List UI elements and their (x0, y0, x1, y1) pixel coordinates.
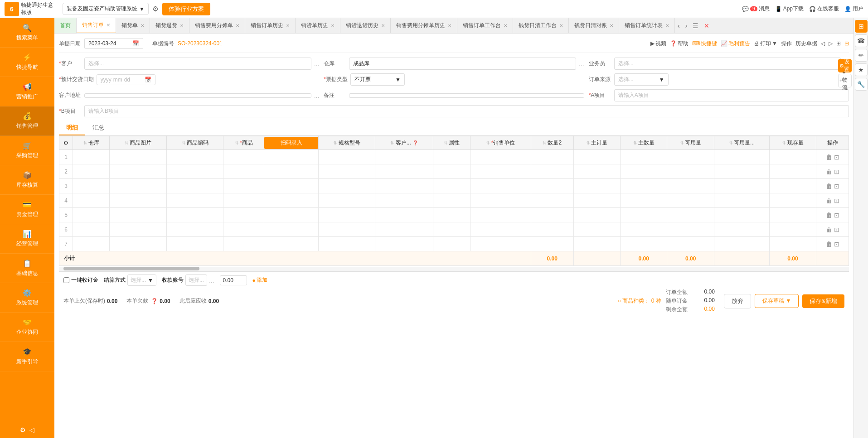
shortcut-btn[interactable]: ⌨ 快捷键 (692, 40, 717, 48)
table-cell[interactable] (531, 222, 573, 237)
th-customer-code[interactable]: ⇅ 客户... ❓ (375, 136, 433, 150)
sidebar-item-marketing[interactable]: 📢 营销推广 (0, 77, 54, 106)
tab-home[interactable]: 首页 (54, 18, 77, 34)
tab-close-icon[interactable]: ✕ (331, 23, 335, 28)
tab-close-icon[interactable]: ✕ (381, 23, 385, 28)
table-cell[interactable] (166, 222, 223, 237)
print-btn[interactable]: 🖨 打印 ▼ (754, 40, 777, 48)
table-cell[interactable] (318, 164, 375, 179)
table-cell[interactable] (531, 237, 573, 251)
right-panel-btn-3[interactable]: ★ (855, 63, 868, 76)
delete-icon[interactable]: 🗑 (826, 241, 832, 248)
table-cell[interactable] (573, 193, 620, 208)
tab-menu-btn[interactable]: ☰ (690, 22, 701, 29)
delete-icon[interactable]: 🗑 (826, 154, 832, 161)
tab-sales-order-history[interactable]: 销售订单历史 ✕ (245, 18, 296, 34)
table-cell[interactable] (73, 222, 110, 237)
sidebar-item-purchase[interactable]: 🛒 采购管理 (0, 136, 54, 165)
table-cell[interactable] (769, 164, 816, 179)
table-cell[interactable] (318, 222, 375, 237)
table-cell[interactable] (110, 164, 167, 179)
table-cell[interactable] (223, 150, 264, 164)
table-cell[interactable] (433, 150, 470, 164)
table-cell[interactable] (470, 193, 531, 208)
delete-icon[interactable]: 🗑 (826, 197, 832, 204)
table-cell[interactable] (264, 208, 318, 222)
page-nav-prev[interactable]: ◁ (821, 40, 825, 47)
profit-btn[interactable]: 📈 毛利预告 (721, 40, 750, 48)
sidebar-item-search[interactable]: 🔍 搜索菜单 (0, 18, 54, 48)
table-cell[interactable] (620, 237, 667, 251)
table-cell[interactable] (264, 150, 318, 164)
table-cell[interactable] (470, 237, 531, 251)
copy-icon[interactable]: ⊡ (834, 226, 839, 233)
user-avatar[interactable]: 👤 用户 (844, 5, 863, 13)
table-cell[interactable] (667, 237, 714, 251)
message-btn[interactable]: 💬 9 消息 (742, 5, 770, 13)
one-click-check[interactable] (63, 277, 69, 283)
add-settlement-btn[interactable]: ● 添加 (252, 276, 267, 284)
delivery-date-input[interactable]: yyyy-mm-dd 📅 (97, 74, 155, 85)
table-cell[interactable] (531, 208, 573, 222)
b-project-input[interactable]: 请输入B项目 (84, 105, 849, 117)
table-cell[interactable] (375, 179, 433, 193)
th-main-unit[interactable]: ⇅ 主计量 (573, 136, 620, 150)
table-cell[interactable] (166, 150, 223, 164)
system-title[interactable]: 装备及固定资产辅助管理系统 ▼ (63, 3, 149, 15)
th-spec[interactable]: ⇅ 规格型号 (318, 136, 375, 150)
table-cell[interactable] (318, 150, 375, 164)
delete-icon[interactable]: 🗑 (826, 226, 832, 233)
customer-more-icon[interactable]: ... (314, 60, 320, 67)
table-cell[interactable] (223, 222, 264, 237)
th-stock[interactable]: ⇅ 现存量 (769, 136, 816, 150)
table-cell[interactable] (73, 208, 110, 222)
online-service-btn[interactable]: 🎧 在线客服 (809, 5, 839, 13)
horizontal-scrollbar[interactable] (59, 267, 849, 271)
table-cell[interactable] (433, 222, 470, 237)
table-cell[interactable] (264, 193, 318, 208)
history-btn[interactable]: 历史单据 (795, 40, 817, 48)
th-settings[interactable]: ⚙ (59, 136, 73, 150)
table-cell[interactable] (375, 164, 433, 179)
th-product-img[interactable]: ⇅ 商品图片 (110, 136, 167, 150)
table-cell[interactable] (531, 193, 573, 208)
right-panel-btn-0[interactable]: ⊞ (855, 20, 868, 33)
table-cell[interactable] (573, 150, 620, 164)
table-cell[interactable] (166, 208, 223, 222)
table-cell[interactable] (264, 237, 318, 251)
one-click-checkbox[interactable]: 一键收订金 (63, 276, 98, 284)
table-cell[interactable] (375, 222, 433, 237)
table-cell[interactable] (73, 193, 110, 208)
tab-detail[interactable]: 明细 (59, 121, 85, 135)
sidebar-item-quicknav[interactable]: ⚡ 快捷导航 (0, 48, 54, 77)
sidebar-item-basic-info[interactable]: 📋 基础信息 (0, 254, 54, 283)
salesperson-input[interactable]: 选择... (614, 58, 841, 70)
table-cell[interactable] (714, 179, 769, 193)
operation-btn[interactable]: 操作 (781, 40, 792, 48)
sidebar-item-system[interactable]: ⚙️ 系统管理 (0, 283, 54, 313)
th-unit[interactable]: ⇅ *销售单位 (470, 136, 531, 150)
page-nav-next[interactable]: ▷ (829, 40, 833, 47)
a-project-input[interactable]: 请输入A项目 (614, 89, 849, 101)
table-cell[interactable] (73, 150, 110, 164)
table-cell[interactable] (769, 208, 816, 222)
save-new-button[interactable]: 保存&新增 (802, 294, 844, 308)
table-cell[interactable] (573, 164, 620, 179)
table-cell[interactable] (264, 222, 318, 237)
table-cell[interactable] (667, 193, 714, 208)
invoice-type-select[interactable]: 不开票 ▼ (350, 73, 405, 86)
list-view-btn[interactable]: ⊟ (844, 40, 849, 47)
tab-close-icon[interactable]: ✕ (559, 23, 563, 28)
tab-close-all-btn[interactable]: ✕ (701, 22, 712, 29)
tab-close-icon[interactable]: ✕ (504, 23, 507, 28)
tab-close-icon[interactable]: ✕ (141, 23, 144, 28)
warehouse-more-icon[interactable]: ... (579, 60, 584, 67)
tab-sales-fee[interactable]: 销售费用分摊单 ✕ (189, 18, 245, 34)
account-more-icon[interactable]: ... (209, 277, 214, 284)
tab-next-btn[interactable]: › (683, 22, 690, 29)
table-cell[interactable] (166, 193, 223, 208)
tab-sales-order[interactable]: 销售订单 ✕ (77, 18, 116, 34)
tab-order-workbench[interactable]: 销售订单工作台 ✕ (457, 18, 513, 34)
table-cell[interactable] (110, 208, 167, 222)
order-source-select[interactable]: 选择... ▼ (614, 73, 669, 86)
